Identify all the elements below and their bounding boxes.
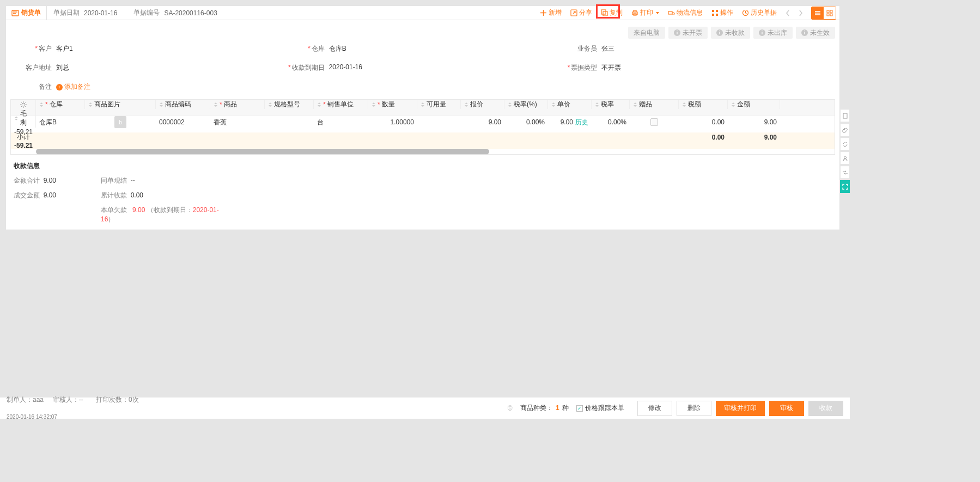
delete-button[interactable]: 删除: [677, 401, 711, 416]
date-label: 单据日期: [53, 8, 80, 17]
chevron-left-icon: [786, 10, 790, 16]
svg-rect-7: [668, 11, 672, 14]
header-meta: 单据日期 2020-01-16 单据编号 SA-20200116-003: [47, 6, 224, 20]
items-table: *仓库 商品图片 商品编码 *商品 规格型号 *销售单位 *数量 可用量 报价 …: [10, 99, 835, 155]
svg-rect-0: [12, 10, 19, 16]
order-icon: [11, 9, 19, 17]
share-button[interactable]: 分享: [567, 7, 596, 20]
field-customer: *客户 客户1: [14, 44, 287, 53]
no-label: 单据编号: [133, 8, 160, 17]
svg-rect-3: [603, 11, 607, 16]
share-icon: [570, 9, 577, 16]
chevron-down-icon: [656, 12, 659, 14]
prev-button[interactable]: [782, 7, 794, 20]
info-icon: i: [759, 29, 765, 36]
copy-button[interactable]: 复制: [597, 7, 626, 20]
history-button[interactable]: 历史单据: [738, 7, 781, 20]
truck-icon: [668, 9, 675, 16]
dock-user[interactable]: [840, 152, 850, 165]
history-icon: [742, 9, 749, 16]
svg-rect-5: [634, 10, 636, 12]
badge-receive: i未收款: [711, 27, 750, 39]
topbar: 销货单 单据日期 2020-01-16 单据编号 SA-20200116-003…: [5, 5, 840, 20]
checkbox-icon: ✓: [576, 405, 583, 412]
list-icon: [814, 10, 821, 16]
grid-view-icon: [826, 10, 833, 16]
gear-column[interactable]: [11, 100, 36, 109]
edit-button[interactable]: 修改: [637, 401, 672, 416]
svg-point-19: [844, 156, 846, 159]
footer-timestamp: 2020-01-16 14:32:07: [7, 414, 139, 420]
footer: 制单人：aaa 审核人：-- 打印次数：0次 2020-01-16 14:32:…: [0, 397, 850, 419]
svg-rect-15: [827, 14, 829, 16]
print-icon: [631, 9, 638, 16]
receive-button: 收款: [808, 401, 843, 416]
ops-button[interactable]: 操作: [708, 7, 737, 20]
horizontal-scrollbar[interactable]: [11, 149, 835, 154]
badge-source: 来自电脑: [628, 27, 665, 39]
svg-point-17: [22, 103, 25, 106]
payment-section: 收款信息 金额合计 9.00 同单现结 -- 成交金额 9.00 累计收款 0.…: [6, 155, 839, 224]
gear-icon: [20, 101, 27, 109]
svg-rect-13: [827, 10, 829, 13]
copyright-icon: ©: [508, 405, 513, 412]
expand-icon: [842, 184, 848, 190]
view-grid[interactable]: [824, 7, 836, 19]
field-note: 备注 +添加备注: [14, 82, 287, 92]
table-subtotal: 小计 0.00 9.00 -59.21: [11, 132, 835, 149]
footer-info: 制单人：aaa 审核人：-- 打印次数：0次 2020-01-16 14:32:…: [7, 396, 139, 420]
status-badges: 来自电脑 i未开票 i未收款 i未出库 i未生效: [628, 27, 835, 39]
view-list[interactable]: [812, 7, 824, 19]
svg-rect-16: [830, 14, 832, 16]
tab-label: 销货单: [21, 8, 41, 17]
svg-rect-2: [601, 10, 606, 14]
audit-button[interactable]: 审核: [769, 401, 804, 416]
order-form: *客户 客户1 *仓库 仓库B 业务员 张三 客户地址 刘总 *收款到期日 20…: [6, 37, 839, 94]
badge-invoice: i未开票: [668, 27, 708, 39]
document-icon: [842, 113, 848, 119]
badge-stockout: i未出库: [753, 27, 793, 39]
image-placeholder-icon: b: [114, 116, 126, 128]
plus-icon: [540, 9, 547, 16]
plus-circle-icon: +: [56, 84, 63, 91]
info-icon: i: [716, 29, 723, 36]
badge-effect: i未生效: [796, 27, 835, 39]
print-button[interactable]: 打印: [628, 7, 663, 20]
table-row[interactable]: 1 仓库B b 0000002 香蕉 台 1.00000 9.00 0.00% …: [11, 116, 835, 132]
next-button[interactable]: [795, 7, 807, 20]
payment-title: 收款信息: [14, 161, 832, 171]
dock-attach[interactable]: [840, 123, 850, 136]
chevron-right-icon: [799, 10, 803, 16]
footer-buttons: 修改 删除 审核并打印 审核 收款: [637, 401, 843, 416]
main-card: 来自电脑 i未开票 i未收款 i未出库 i未生效 *客户 客户1 *仓库 仓库B…: [5, 20, 840, 230]
dock-expand[interactable]: [840, 180, 850, 193]
price-history-link[interactable]: 历史: [575, 118, 588, 127]
logistics-button[interactable]: 物流信息: [664, 7, 707, 20]
follow-price-toggle[interactable]: ✓价格跟踪本单: [576, 403, 624, 413]
owe-row: 本单欠款 9.00 （收款到期日：2020-01-16）: [101, 206, 232, 224]
attachment-icon: [842, 127, 848, 133]
audit-print-button[interactable]: 审核并打印: [716, 401, 765, 416]
svg-rect-9: [716, 10, 718, 12]
svg-rect-11: [716, 14, 718, 16]
new-button[interactable]: 新增: [536, 7, 565, 20]
date-value: 2020-01-16: [84, 9, 117, 17]
dock-refresh[interactable]: [840, 137, 850, 150]
refresh-icon: [842, 141, 848, 147]
tab-sales-order[interactable]: 销货单: [6, 6, 47, 20]
svg-rect-10: [712, 14, 714, 16]
dock-doc[interactable]: [840, 109, 850, 122]
dock-sync[interactable]: [840, 166, 850, 179]
view-toggle: [811, 7, 836, 20]
add-note-button[interactable]: +添加备注: [56, 82, 90, 92]
table-head: *仓库 商品图片 商品编码 *商品 规格型号 *销售单位 *数量 可用量 报价 …: [11, 100, 835, 116]
svg-rect-18: [843, 113, 847, 118]
field-warehouse: *仓库 仓库B: [287, 44, 559, 53]
info-icon: i: [674, 29, 680, 36]
toolbar: 新增 分享 复制 打印 物流信息 操作: [536, 6, 839, 20]
gift-checkbox[interactable]: [650, 118, 658, 126]
field-due: *收款到期日 2020-01-16: [287, 63, 559, 73]
field-address: 客户地址 刘总: [14, 63, 287, 73]
sync-icon: [842, 170, 848, 176]
svg-rect-8: [712, 10, 714, 12]
